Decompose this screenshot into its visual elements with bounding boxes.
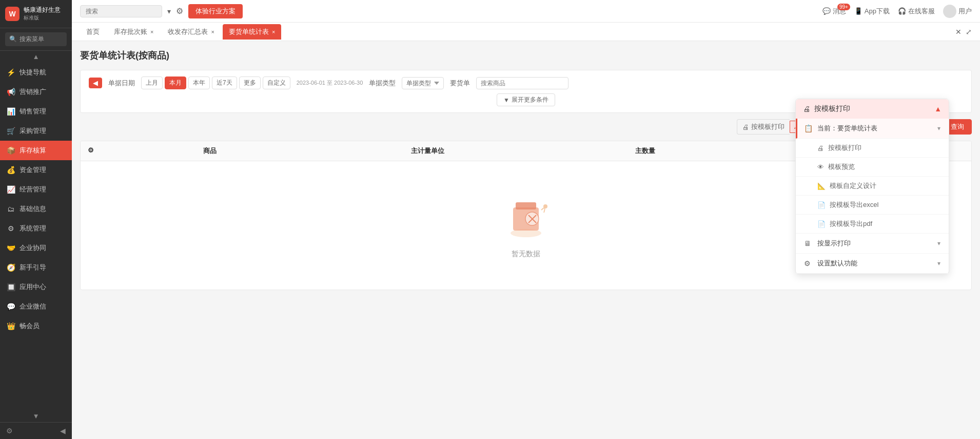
printer-icon: 🖨 <box>742 123 749 131</box>
guide-icon: 🧭 <box>6 263 15 272</box>
sidebar-item-label: 基础信息 <box>19 204 46 214</box>
user-avatar-area[interactable]: 用户 <box>943 5 972 18</box>
dropdown-item-set-default[interactable]: ⚙ 设置默认功能 ▾ <box>796 254 949 274</box>
app-version: 标准版 <box>24 14 61 22</box>
online-service-label: 在线客服 <box>908 7 935 16</box>
sidebar-item-label: 新手引导 <box>19 263 46 272</box>
dropdown-close-button[interactable]: ▲ <box>934 105 942 113</box>
th-goods: 商品 <box>101 146 319 156</box>
app-name: 畅康通好生意 <box>24 6 61 14</box>
tab-inventory-batch[interactable]: 库存批次账 × <box>108 24 160 40</box>
close-tab-order-stats[interactable]: × <box>272 29 275 35</box>
sidebar-item-wechat[interactable]: 💬 企业微信 <box>0 297 72 316</box>
print-dropdown-panel: 🖨 按模板打印 ▲ 📋 当前：要货单统计表 ▾ 🖨 按模板打印 👁 <box>795 99 949 274</box>
sidebar-settings-button[interactable]: ⚙ <box>6 427 13 435</box>
display-print-label: 按显示打印 <box>817 239 851 248</box>
online-service-button[interactable]: 🎧 在线客服 <box>898 7 935 16</box>
printer-icon-dropdown: 🖨 <box>803 105 810 113</box>
tab-close-window-button[interactable]: ✕ <box>955 28 962 36</box>
sidebar-item-inventory[interactable]: 📦 库存核算 <box>0 141 72 160</box>
finance-icon: 💰 <box>6 165 15 175</box>
sidebar-item-quick-nav[interactable]: ⚡ 快捷导航 <box>0 63 72 82</box>
sidebar-collapse-button[interactable]: ◀ <box>60 427 66 435</box>
date-btn-last-month[interactable]: 上月 <box>141 77 163 89</box>
dropdown-item-export-excel[interactable]: 📄 按模板导出excel <box>796 196 949 215</box>
sidebar-item-finance[interactable]: 💰 资金管理 <box>0 160 72 180</box>
dropdown-current-item[interactable]: 📋 当前：要货单统计表 ▾ <box>796 119 949 139</box>
main-area: ▾ ⚙ 体验行业方案 💬 消息 99+ 📱 App下载 🎧 在线客服 用户 <box>72 0 980 439</box>
print-btn-label: 按模板打印 <box>751 122 785 131</box>
tab-home[interactable]: 首页 <box>80 24 106 40</box>
tab-order-stats[interactable]: 要货单统计表 × <box>223 24 281 40</box>
sidebar-item-label: 营销推广 <box>19 87 46 97</box>
topbar-dropdown-button[interactable]: ▾ <box>167 7 171 15</box>
messages-button[interactable]: 💬 消息 99+ <box>822 7 846 16</box>
date-btn-custom[interactable]: 自定义 <box>263 77 290 89</box>
filter-toggle-button[interactable]: ◀ <box>89 78 102 88</box>
goods-label: 要货单 <box>450 79 470 88</box>
topbar-search-input[interactable] <box>80 5 162 17</box>
template-preview-label: 模板预览 <box>828 162 855 171</box>
dropdown-item-template-preview[interactable]: 👁 模板预览 <box>796 158 949 177</box>
tab-window-controls: ✕ ⤢ <box>951 28 972 36</box>
sidebar-item-apps[interactable]: 🔲 应用中心 <box>0 277 72 297</box>
sidebar-search-area: 🔍 搜索菜单 <box>0 28 72 51</box>
dropdown-item-template-custom[interactable]: 📐 模板自定义设计 <box>796 177 949 196</box>
sidebar-item-purchase[interactable]: 🛒 采购管理 <box>0 121 72 141</box>
dropdown-title: 🖨 按模板打印 <box>803 104 850 113</box>
goods-input[interactable] <box>476 77 569 89</box>
sidebar-item-marketing[interactable]: 📢 营销推广 <box>0 82 72 102</box>
wechat-icon: 💬 <box>6 302 15 311</box>
date-btn-more[interactable]: 更多 <box>239 77 261 89</box>
date-range-text: 2023-06-01 至 2023-06-30 <box>297 79 363 87</box>
template-print-label: 按模板打印 <box>828 143 861 152</box>
filter-row-1: ◀ 单据日期 上月 本月 本年 近7天 更多 自定义 2023-06-01 至 … <box>89 77 963 89</box>
sidebar-item-label: 采购管理 <box>19 126 46 136</box>
close-tab-stock-summary[interactable]: × <box>211 29 214 35</box>
tab-stock-summary[interactable]: 收发存汇总表 × <box>162 24 220 40</box>
tab-maximize-button[interactable]: ⤢ <box>966 28 972 36</box>
app-download-button[interactable]: 📱 App下载 <box>854 7 890 16</box>
set-default-left: ⚙ 设置默认功能 <box>804 259 857 268</box>
template-custom-label: 模板自定义设计 <box>830 181 876 190</box>
sidebar-item-system[interactable]: ⚙ 系统管理 <box>0 219 72 238</box>
sidebar-scroll-down-button[interactable]: ▼ <box>0 410 72 422</box>
close-tab-inventory-batch[interactable]: × <box>150 29 153 35</box>
sidebar-nav: ⚡ 快捷导航 📢 营销推广 📊 销售管理 🛒 采购管理 📦 库存核算 💰 资金管… <box>0 63 72 410</box>
date-btn-7days[interactable]: 近7天 <box>212 77 237 89</box>
dropdown-current-item-left: 📋 当前：要货单统计表 <box>804 124 877 133</box>
dropdown-item-export-pdf[interactable]: 📄 按模板导出pdf <box>796 215 949 234</box>
date-btn-this-year[interactable]: 本年 <box>188 77 210 89</box>
current-item-icon: 📋 <box>804 124 812 132</box>
expand-filter-button[interactable]: ▼ 展开更多条件 <box>497 93 555 106</box>
empty-text: 暂无数据 <box>512 250 540 259</box>
sidebar-item-sales[interactable]: 📊 销售管理 <box>0 102 72 121</box>
tab-label: 要货单统计表 <box>229 27 269 36</box>
doc-type-select[interactable]: 单据类型 要货单 <box>402 77 444 89</box>
sidebar-item-member[interactable]: 👑 畅会员 <box>0 316 72 336</box>
topbar: ▾ ⚙ 体验行业方案 💬 消息 99+ 📱 App下载 🎧 在线客服 用户 <box>72 0 980 23</box>
dropdown-item-display-print[interactable]: 🖥 按显示打印 ▾ <box>796 234 949 254</box>
sidebar-item-guide[interactable]: 🧭 新手引导 <box>0 258 72 277</box>
sidebar-item-operations[interactable]: 📈 经营管理 <box>0 180 72 199</box>
sidebar-scroll-up-button[interactable]: ▲ <box>0 51 72 63</box>
sidebar-item-enterprise[interactable]: 🤝 企业协同 <box>0 238 72 258</box>
sidebar-item-label: 资金管理 <box>19 165 46 175</box>
sidebar-item-label: 系统管理 <box>19 224 46 233</box>
sidebar: W 畅康通好生意 标准版 🔍 搜索菜单 ▲ ⚡ 快捷导航 📢 营销推广 📊 销售… <box>0 0 72 439</box>
svg-point-6 <box>543 204 547 208</box>
current-item-arrow: ▾ <box>937 125 940 132</box>
sidebar-item-label: 畅会员 <box>19 321 40 331</box>
sales-icon: 📊 <box>6 107 15 116</box>
print-template-button[interactable]: 🖨 按模板打印 <box>737 119 790 135</box>
dropdown-item-template-print[interactable]: 🖨 按模板打印 <box>796 139 949 158</box>
sidebar-search-button[interactable]: 🔍 搜索菜单 <box>5 32 67 46</box>
trial-button[interactable]: 体验行业方案 <box>188 4 243 18</box>
th-settings[interactable]: ⚙ <box>81 146 101 156</box>
sidebar-item-basic[interactable]: 🗂 基础信息 <box>0 199 72 219</box>
apps-icon: 🔲 <box>6 282 15 292</box>
topbar-settings-button[interactable]: ⚙ <box>176 6 183 16</box>
basic-icon: 🗂 <box>6 204 15 214</box>
th-quantity: 主数量 <box>536 146 754 156</box>
date-btn-this-month[interactable]: 本月 <box>165 77 186 89</box>
